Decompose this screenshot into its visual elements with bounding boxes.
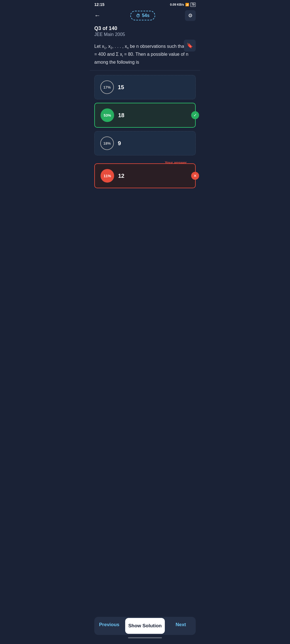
timer-icon: ⏱ <box>136 13 140 18</box>
option-b-percentage: 53% <box>101 108 114 122</box>
wifi-icon: 📶 <box>185 3 189 7</box>
question-source: JEE Main 2005 <box>94 32 196 37</box>
top-nav: ← ⏱ 54s ⚙ <box>90 8 200 24</box>
wrong-cross: ✕ <box>191 172 199 180</box>
back-button[interactable]: ← <box>94 12 101 19</box>
option-a-percentage: 17% <box>100 80 114 94</box>
timer-value: 54s <box>142 13 150 18</box>
gear-icon: ⚙ <box>188 12 193 19</box>
time-display: 12:15 <box>94 2 105 7</box>
option-b[interactable]: 53% 18 ✓ <box>94 103 196 128</box>
option-d-percentage: 11% <box>101 169 114 183</box>
bookmark-icon: 🔖 <box>187 42 193 49</box>
question-header: Q3 of 140 JEE Main 2005 <box>90 24 200 43</box>
option-a[interactable]: 17% 15 <box>94 75 196 99</box>
question-content: Let x1, x2, . . . , xn be n observations… <box>94 43 196 66</box>
correct-checkmark: ✓ <box>191 111 199 119</box>
network-speed: 0.09 KB/s <box>170 3 184 6</box>
bookmark-button[interactable]: 🔖 <box>184 40 196 52</box>
option-c[interactable]: 18% 9 <box>94 131 196 155</box>
option-a-value: 15 <box>118 84 124 91</box>
status-right: 0.09 KB/s 📶 79 <box>170 3 196 7</box>
option-c-value: 9 <box>118 140 121 147</box>
settings-button[interactable]: ⚙ <box>185 10 196 21</box>
timer-badge: ⏱ 54s <box>130 11 155 20</box>
your-answer-label: Your answer <box>165 161 187 165</box>
status-bar: 12:15 0.09 KB/s 📶 79 <box>90 0 200 8</box>
options-container: 17% 15 53% 18 ✓ 18% 9 Your answer 11% 12… <box>90 70 200 188</box>
option-c-percentage: 18% <box>100 136 114 150</box>
option-b-value: 18 <box>118 112 124 119</box>
battery-indicator: 79 <box>190 3 196 7</box>
option-d-value: 12 <box>118 173 124 179</box>
question-counter: Q3 of 140 <box>94 25 196 31</box>
option-d[interactable]: Your answer 11% 12 ✕ <box>94 163 196 188</box>
